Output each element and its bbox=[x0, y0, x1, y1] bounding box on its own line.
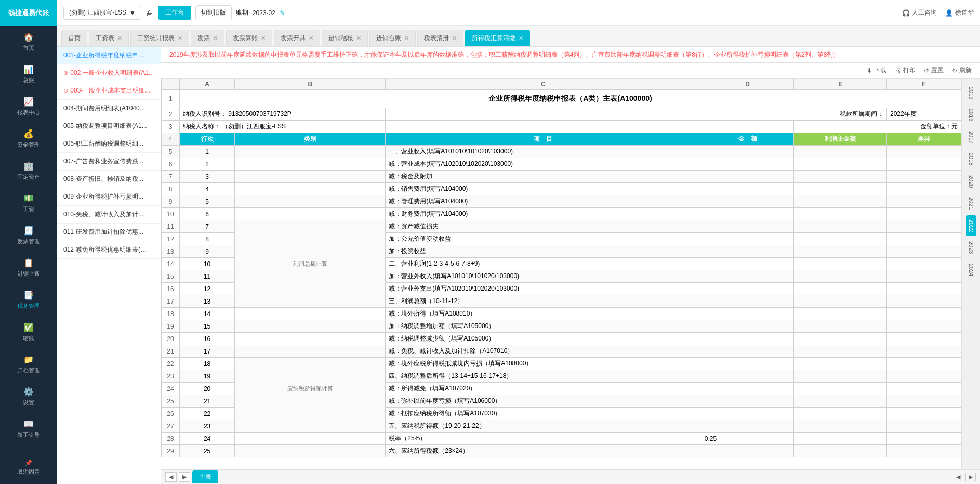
cell-xingci[interactable]: 16 bbox=[180, 333, 235, 345]
year-2024[interactable]: 2024 bbox=[966, 259, 976, 280]
cell-chaye[interactable] bbox=[887, 420, 961, 433]
cell-xingci[interactable]: 1 bbox=[180, 146, 235, 158]
close-icon[interactable]: ✕ bbox=[356, 35, 361, 42]
cell-lirun[interactable] bbox=[794, 320, 887, 333]
cell-chaye[interactable] bbox=[887, 258, 961, 270]
cell-xingci[interactable]: 9 bbox=[180, 245, 235, 258]
cell-xiangmu[interactable]: 减：管理费用(填写A104000) bbox=[386, 195, 701, 208]
cell-xingci[interactable]: 4 bbox=[180, 183, 235, 195]
cell-lirun[interactable] bbox=[794, 295, 887, 308]
year-2021[interactable]: 2021 bbox=[966, 193, 976, 214]
cell-quane[interactable] bbox=[701, 208, 794, 220]
cancel-pin-button[interactable]: 📌 取消固定 bbox=[0, 455, 57, 480]
tab-tax-list[interactable]: 税表清册 ✕ bbox=[417, 30, 463, 46]
cell-leibie[interactable] bbox=[235, 195, 386, 208]
tab-purchase-ledger[interactable]: 进销台账 ✕ bbox=[369, 30, 416, 46]
tab-purchase-check[interactable]: 进销稽核 ✕ bbox=[322, 30, 368, 46]
cell-chaye[interactable] bbox=[887, 295, 961, 308]
sub-nav-005[interactable]: 005-纳税调整项目明细表(A1... bbox=[57, 117, 161, 135]
cell-chaye[interactable] bbox=[887, 308, 961, 320]
cell-xiangmu[interactable]: 减：境外所得（填写A108010） bbox=[386, 308, 701, 320]
year-2023[interactable]: 2023 bbox=[966, 237, 976, 258]
sub-nav-008[interactable]: 008-资产折旧、摊销及纳税... bbox=[57, 171, 161, 188]
cell-chaye[interactable] bbox=[887, 208, 961, 220]
cell-xiangmu[interactable]: 加：纳税调整增加额（填写A105000） bbox=[386, 320, 701, 333]
sub-nav-003[interactable]: ⊙ 003-一般企业成本支出明细... bbox=[57, 82, 161, 100]
cell-leibie[interactable] bbox=[235, 333, 386, 345]
cell-lirun[interactable] bbox=[794, 283, 887, 295]
cell-chaye[interactable] bbox=[887, 270, 961, 283]
cell-lirun[interactable] bbox=[794, 158, 887, 171]
cell-quane[interactable] bbox=[701, 308, 794, 320]
close-icon[interactable]: ✕ bbox=[117, 35, 122, 42]
sub-nav-006[interactable]: 006-职工薪酬纳税调整明细... bbox=[57, 135, 161, 153]
cell-xiangmu[interactable]: 减：营业成本(填写A102010\102020\103000) bbox=[386, 158, 701, 171]
cell-xiangmu[interactable]: 减：财务费用(填写A104000) bbox=[386, 208, 701, 220]
cell-xiangmu[interactable]: 税率（25%） bbox=[386, 433, 701, 445]
cell-leibie[interactable] bbox=[235, 320, 386, 333]
cell-xiangmu[interactable]: 五、应纳税所得额（19-20-21-22） bbox=[386, 420, 701, 433]
cell-quane[interactable] bbox=[701, 395, 794, 408]
cell-quane[interactable] bbox=[701, 345, 794, 358]
sub-nav-002[interactable]: ⊙ 002-一般企业收入明细表(A1... bbox=[57, 64, 161, 82]
cell-leibie[interactable] bbox=[235, 345, 386, 358]
sidebar-item-member[interactable]: 👑 畅会员 bbox=[0, 445, 57, 451]
cell-quane[interactable] bbox=[701, 158, 794, 171]
cell-quane[interactable] bbox=[701, 183, 794, 195]
download-button[interactable]: ⬇ 下载 bbox=[867, 66, 886, 75]
year-2016[interactable]: 2016 bbox=[966, 104, 976, 125]
cell-chaye[interactable] bbox=[887, 383, 961, 395]
cell-xiangmu[interactable]: 三、利润总额（10-11-12） bbox=[386, 295, 701, 308]
cell-lirun[interactable] bbox=[794, 395, 887, 408]
sidebar-item-invoice[interactable]: 🧾 发票管理 bbox=[0, 219, 57, 252]
cell-quane[interactable] bbox=[701, 333, 794, 345]
cell-xingci[interactable]: 23 bbox=[180, 420, 235, 433]
cell-xingci[interactable]: 15 bbox=[180, 320, 235, 333]
user-service-button[interactable]: 🎧 人工咨询 bbox=[902, 8, 937, 17]
cell-lirun[interactable] bbox=[794, 208, 887, 220]
cell-lirun[interactable] bbox=[794, 195, 887, 208]
sidebar-item-archive[interactable]: 📁 归档管理 bbox=[0, 348, 57, 381]
sidebar-item-salary[interactable]: 💵 工资 bbox=[0, 187, 57, 219]
print-icon[interactable]: 🖨 bbox=[145, 8, 154, 18]
cell-xingci[interactable]: 17 bbox=[180, 345, 235, 358]
cell-chaye[interactable] bbox=[887, 433, 961, 445]
cell-xingci[interactable]: 20 bbox=[180, 383, 235, 395]
cell-xingci[interactable]: 11 bbox=[180, 270, 235, 283]
cell-quane[interactable] bbox=[701, 258, 794, 270]
cell-xingci[interactable]: 3 bbox=[180, 171, 235, 183]
cell-xiangmu[interactable]: 减：所得减免（填写A107020） bbox=[386, 383, 701, 395]
scroll-left-icon[interactable]: ◀ bbox=[953, 473, 963, 481]
cell-chaye[interactable] bbox=[887, 158, 961, 171]
close-icon[interactable]: ✕ bbox=[452, 35, 457, 42]
sheet-next-button[interactable]: ▶ bbox=[179, 472, 190, 482]
company-selector[interactable]: (勿删) 江西服宝-LSS ▼ bbox=[63, 6, 141, 20]
sidebar-item-settings[interactable]: ⚙️ 设置 bbox=[0, 381, 57, 413]
cell-leibie[interactable] bbox=[235, 183, 386, 195]
sidebar-item-capital[interactable]: 💰 资金管理 bbox=[0, 123, 57, 155]
cell-chaye[interactable] bbox=[887, 146, 961, 158]
cell-xiangmu[interactable]: 减：弥补以前年度亏损（填写A106000） bbox=[386, 395, 701, 408]
cell-xingci[interactable]: 13 bbox=[180, 295, 235, 308]
close-icon[interactable]: ✕ bbox=[404, 35, 409, 42]
cell-chaye[interactable] bbox=[887, 358, 961, 370]
sheet-prev-button[interactable]: ◀ bbox=[165, 472, 177, 482]
scroll-right-icon[interactable]: ▶ bbox=[965, 473, 976, 481]
close-icon[interactable]: ✕ bbox=[213, 35, 218, 42]
cell-chaye[interactable] bbox=[887, 445, 961, 457]
tab-salary-report[interactable]: 工资统计报表 ✕ bbox=[130, 30, 189, 46]
cell-quane[interactable]: 0.25 bbox=[701, 433, 794, 445]
cell-leibie[interactable] bbox=[235, 308, 386, 320]
cell-leibie[interactable] bbox=[235, 445, 386, 457]
cell-leibie[interactable] bbox=[235, 171, 386, 183]
cell-leibie[interactable] bbox=[235, 433, 386, 445]
cell-chaye[interactable] bbox=[887, 195, 961, 208]
sub-nav-010[interactable]: 010-免税、减计收入及加计... bbox=[57, 206, 161, 224]
tab-home[interactable]: 首页 bbox=[61, 30, 87, 46]
cell-lirun[interactable] bbox=[794, 245, 887, 258]
cell-xingci[interactable]: 5 bbox=[180, 195, 235, 208]
sub-nav-004[interactable]: 004-期间费用明细表(A1040... bbox=[57, 100, 161, 117]
close-icon[interactable]: ✕ bbox=[309, 35, 313, 42]
cell-lirun[interactable] bbox=[794, 420, 887, 433]
cell-xiangmu[interactable]: 加：公允价值变动收益 bbox=[386, 233, 701, 245]
